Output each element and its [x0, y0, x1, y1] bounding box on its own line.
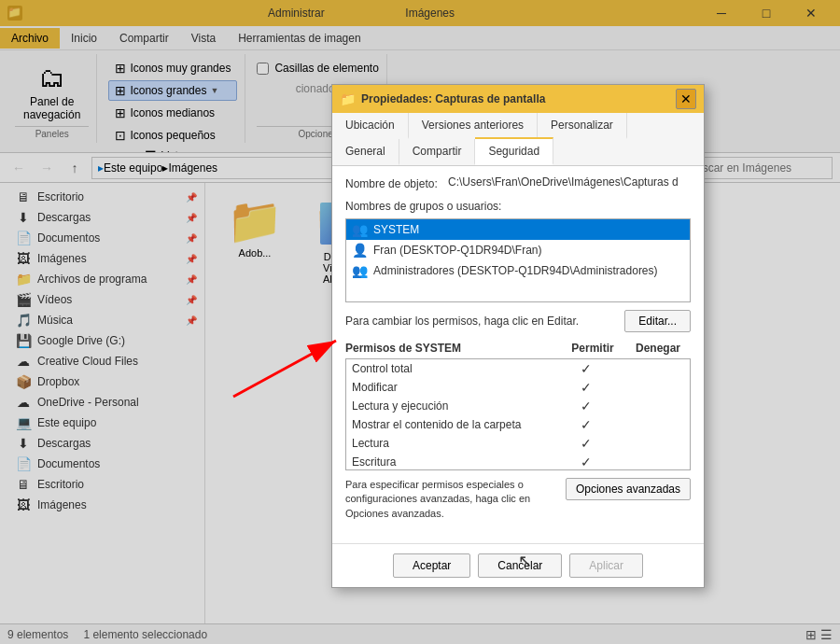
users-list: 👥 SYSTEM 👤 Fran (DESKTOP-Q1DR94D\Fran) 👥… [345, 218, 691, 302]
object-field: Nombre de objeto: C:\Users\Fran\OneDrive… [345, 175, 691, 190]
perm-lectura: Lectura ✓ [346, 434, 690, 453]
perm-modificar: Modificar ✓ [346, 378, 690, 397]
dialog-footer: Aceptar Cancelar Aplicar [332, 543, 704, 587]
dialog-tabs: Ubicación Versiones anteriores Personali… [332, 113, 704, 166]
edit-button[interactable]: Editar... [624, 310, 691, 332]
advanced-button[interactable]: Opciones avanzadas [566, 478, 691, 500]
perm-lectura-name: Lectura [352, 437, 553, 450]
perm-permitir-header: Permitir [560, 342, 625, 355]
perm-control-total: Control total ✓ [346, 359, 690, 378]
tab-seguridad[interactable]: Seguridad [475, 137, 553, 165]
tab-versiones[interactable]: Versiones anteriores [409, 113, 538, 139]
perm-lectura-check: ✓ [553, 436, 619, 451]
dialog-title-text: Propiedades: Capturas de pantalla [361, 92, 670, 105]
dialog-overlay: 📁 Propiedades: Capturas de pantalla ✕ Ub… [0, 0, 840, 644]
perm-mostrar-contenido-check: ✓ [553, 417, 619, 432]
tab-personalizar[interactable]: Personalizar [538, 113, 627, 139]
user-admins-icon: 👥 [352, 263, 368, 278]
user-system-name: SYSTEM [373, 223, 419, 236]
perm-modificar-check: ✓ [553, 380, 619, 395]
perm-control-total-name: Control total [352, 362, 553, 375]
user-fran-icon: 👤 [352, 243, 368, 258]
perm-lectura-ejecucion-name: Lectura y ejecución [352, 399, 553, 413]
dialog-tab-row1: Ubicación Versiones anteriores Personali… [332, 113, 704, 139]
dialog-body: Nombre de objeto: C:\Users\Fran\OneDrive… [332, 166, 704, 543]
tab-ubicacion[interactable]: Ubicación [332, 113, 409, 139]
perm-escritura-check: ✓ [553, 455, 619, 469]
perm-mostrar-contenido-name: Mostrar el contenido de la carpeta [352, 418, 553, 431]
edit-row: Para cambiar los permisos, haga clic en … [345, 310, 691, 332]
perm-lectura-ejecucion-check: ✓ [553, 399, 619, 413]
advanced-text: Para especificar permisos especiales oco… [345, 478, 556, 521]
perm-modificar-name: Modificar [352, 381, 553, 394]
ok-button[interactable]: Aceptar [393, 553, 470, 578]
perm-header: Permisos de SYSTEM Permitir Denegar [345, 342, 691, 355]
dialog-tab-row2: General Compartir Seguridad [332, 139, 704, 165]
perm-title: Permisos de SYSTEM [345, 342, 560, 355]
permissions-section: Permisos de SYSTEM Permitir Denegar Cont… [345, 342, 691, 470]
perm-escritura: Escritura ✓ [346, 453, 690, 470]
change-text: Para cambiar los permisos, haga clic en … [345, 315, 624, 328]
perm-denegar-header: Denegar [625, 342, 691, 355]
user-item-system[interactable]: 👥 SYSTEM [346, 219, 690, 240]
user-item-admins[interactable]: 👥 Administradores (DESKTOP-Q1DR94D\Admin… [346, 260, 690, 281]
dialog-folder-icon: 📁 [340, 91, 356, 106]
perm-escritura-name: Escritura [352, 455, 553, 469]
tab-compartir[interactable]: Compartir [399, 139, 476, 165]
advanced-row: Para especificar permisos especiales oco… [345, 478, 691, 521]
properties-dialog: 📁 Propiedades: Capturas de pantalla ✕ Ub… [331, 84, 705, 588]
permissions-list: Control total ✓ Modificar ✓ Lectura y ej… [345, 358, 691, 470]
user-fran-name: Fran (DESKTOP-Q1DR94D\Fran) [373, 244, 542, 257]
user-admins-name: Administradores (DESKTOP-Q1DR94D\Adminis… [373, 264, 658, 277]
user-item-fran[interactable]: 👤 Fran (DESKTOP-Q1DR94D\Fran) [346, 240, 690, 260]
tab-general[interactable]: General [332, 139, 399, 165]
perm-lectura-ejecucion: Lectura y ejecución ✓ [346, 397, 690, 415]
object-value: C:\Users\Fran\OneDrive\Imágenes\Capturas… [448, 175, 691, 189]
dialog-close-button[interactable]: ✕ [676, 89, 696, 109]
perm-mostrar-contenido: Mostrar el contenido de la carpeta ✓ [346, 415, 690, 434]
user-system-icon: 👥 [352, 222, 368, 237]
apply-button[interactable]: Aplicar [569, 553, 643, 578]
users-section-title: Nombres de grupos o usuarios: [345, 200, 691, 213]
perm-control-total-check: ✓ [553, 361, 619, 376]
dialog-title-bar: 📁 Propiedades: Capturas de pantalla ✕ [332, 85, 704, 113]
object-label: Nombre de objeto: [345, 175, 448, 190]
cancel-button[interactable]: Cancelar [478, 553, 562, 578]
